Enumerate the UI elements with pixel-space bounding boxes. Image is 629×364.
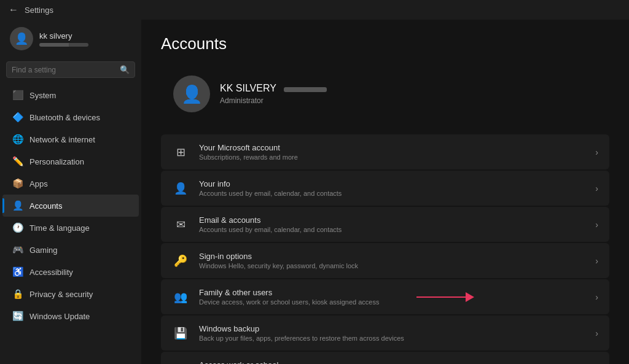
microsoft-account-desc: Subscriptions, rewards and more xyxy=(199,153,585,161)
bluetooth-icon: 🔷 xyxy=(12,112,23,123)
sidebar-item-bluetooth[interactable]: 🔷 Bluetooth & devices xyxy=(2,106,139,128)
personalization-icon: ✏️ xyxy=(12,156,23,167)
search-icon: 🔍 xyxy=(120,65,130,74)
settings-item-your-info[interactable]: 👤 Your info Accounts used by email, cale… xyxy=(161,171,609,206)
user-name: kk silvery xyxy=(39,31,88,41)
sidebar-item-network[interactable]: 🌐 Network & internet xyxy=(2,128,139,150)
back-button[interactable]: ← xyxy=(7,4,20,16)
sidebar-item-label: Windows Update xyxy=(29,312,90,321)
apps-icon: 📦 xyxy=(12,178,23,189)
account-name-row: KK SILVERY xyxy=(220,83,327,94)
chevron-icon: › xyxy=(595,147,598,157)
sidebar-item-label: Accessibility xyxy=(29,268,73,277)
sidebar-item-gaming[interactable]: 🎮 Gaming xyxy=(2,239,139,261)
work-school-icon: 💼 xyxy=(172,361,189,365)
app-title: Settings xyxy=(25,6,53,15)
accounts-icon: 👤 xyxy=(12,200,23,211)
user-avatar-icon: 👤 xyxy=(15,32,28,45)
sidebar-item-label: Personalization xyxy=(29,157,84,166)
backup-desc: Back up your files, apps, preferences to… xyxy=(199,335,585,342)
sidebar-item-apps[interactable]: 📦 Apps xyxy=(2,172,139,195)
arrow-annotation xyxy=(416,292,474,302)
settings-item-microsoft-account[interactable]: ⊞ Your Microsoft account Subscriptions, … xyxy=(161,134,609,169)
sidebar-item-accounts[interactable]: 👤 Accounts xyxy=(2,195,139,217)
sidebar-item-time[interactable]: 🕐 Time & language xyxy=(2,217,139,239)
backup-icon: 💾 xyxy=(172,325,189,342)
content-area: Accounts 👤 KK SILVERY Administrator ⊞ Yo… xyxy=(141,20,629,364)
chevron-icon: › xyxy=(595,184,598,193)
search-bar[interactable]: 🔍 xyxy=(6,61,135,78)
chevron-icon: › xyxy=(595,256,598,266)
account-name-bar-decoration xyxy=(284,87,327,92)
accessibility-icon: ♿ xyxy=(12,266,23,277)
chevron-icon: › xyxy=(595,328,598,338)
sidebar-item-label: Gaming xyxy=(29,246,58,255)
family-text: Family & other users Device access, work… xyxy=(199,288,585,306)
your-info-icon: 👤 xyxy=(172,180,189,197)
user-info: kk silvery xyxy=(39,31,88,47)
your-info-desc: Accounts used by email, calendar, and co… xyxy=(199,190,585,197)
settings-item-work-school[interactable]: 💼 Access work or school Organization res… xyxy=(161,352,609,364)
sidebar-item-accessibility[interactable]: ♿ Accessibility xyxy=(2,261,139,283)
chevron-icon: › xyxy=(595,220,598,230)
sidebar-item-label: Privacy & security xyxy=(29,290,93,299)
work-school-text: Access work or school Organization resou… xyxy=(199,360,585,364)
family-title: Family & other users xyxy=(199,288,585,297)
account-avatar: 👤 xyxy=(173,76,210,112)
user-avatar: 👤 xyxy=(10,27,33,50)
account-role: Administrator xyxy=(220,96,327,105)
your-info-title: Your info xyxy=(199,179,585,188)
backup-text: Windows backup Back up your files, apps,… xyxy=(199,324,585,342)
sidebar-item-label: Bluetooth & devices xyxy=(29,113,100,122)
account-name: KK SILVERY xyxy=(220,83,276,93)
sidebar-item-privacy[interactable]: 🔒 Privacy & security xyxy=(2,283,139,305)
sidebar-item-label: Apps xyxy=(29,179,48,188)
gaming-icon: 🎮 xyxy=(12,244,23,255)
email-accounts-icon: ✉ xyxy=(172,216,189,233)
sign-in-desc: Windows Hello, security key, password, d… xyxy=(199,262,585,269)
arrow-head xyxy=(466,292,474,302)
title-bar: ← Settings xyxy=(0,0,629,20)
settings-list: ⊞ Your Microsoft account Subscriptions, … xyxy=(161,134,609,364)
settings-item-family[interactable]: 👥 Family & other users Device access, wo… xyxy=(161,279,609,314)
microsoft-account-title: Your Microsoft account xyxy=(199,143,585,152)
email-accounts-desc: Accounts used by email, calendar, and co… xyxy=(199,226,585,233)
settings-item-backup[interactable]: 💾 Windows backup Back up your files, app… xyxy=(161,316,609,350)
user-profile[interactable]: 👤 kk silvery xyxy=(0,20,141,58)
page-title: Accounts xyxy=(161,34,609,53)
search-input[interactable] xyxy=(12,66,116,74)
settings-item-sign-in[interactable]: 🔑 Sign-in options Windows Hello, securit… xyxy=(161,243,609,278)
family-desc: Device access, work or school users, kio… xyxy=(199,298,585,306)
account-details: KK SILVERY Administrator xyxy=(220,83,327,105)
sidebar: 👤 kk silvery 🔍 ⬛ System 🔷 Bluetooth & de… xyxy=(0,20,141,364)
time-icon: 🕐 xyxy=(12,222,23,233)
main-layout: 👤 kk silvery 🔍 ⬛ System 🔷 Bluetooth & de… xyxy=(0,20,629,364)
sidebar-item-update[interactable]: 🔄 Windows Update xyxy=(2,305,139,327)
update-icon: 🔄 xyxy=(12,311,23,322)
sidebar-item-personalization[interactable]: ✏️ Personalization xyxy=(2,150,139,172)
your-info-text: Your info Accounts used by email, calend… xyxy=(199,179,585,197)
sidebar-item-system[interactable]: ⬛ System xyxy=(2,84,139,106)
user-bar-decoration xyxy=(39,43,88,47)
email-accounts-text: Email & accounts Accounts used by email,… xyxy=(199,215,585,233)
sign-in-icon: 🔑 xyxy=(172,252,189,269)
network-icon: 🌐 xyxy=(12,134,23,145)
email-accounts-title: Email & accounts xyxy=(199,215,585,225)
sidebar-item-label: Accounts xyxy=(29,201,62,211)
backup-title: Windows backup xyxy=(199,324,585,333)
work-school-title: Access work or school xyxy=(199,360,585,364)
account-profile: 👤 KK SILVERY Administrator xyxy=(161,66,609,122)
sign-in-text: Sign-in options Windows Hello, security … xyxy=(199,252,585,269)
account-avatar-icon: 👤 xyxy=(181,84,203,104)
sidebar-item-label: Network & internet xyxy=(29,135,95,144)
microsoft-account-icon: ⊞ xyxy=(172,144,189,161)
system-icon: ⬛ xyxy=(12,90,23,101)
sidebar-item-label: Time & language xyxy=(29,223,90,233)
chevron-icon: › xyxy=(595,292,598,302)
privacy-icon: 🔒 xyxy=(12,288,23,300)
microsoft-account-text: Your Microsoft account Subscriptions, re… xyxy=(199,143,585,161)
sign-in-title: Sign-in options xyxy=(199,252,585,261)
settings-item-email-accounts[interactable]: ✉ Email & accounts Accounts used by emai… xyxy=(161,207,609,242)
nav-list: ⬛ System 🔷 Bluetooth & devices 🌐 Network… xyxy=(0,84,141,327)
arrow-line xyxy=(416,296,466,298)
